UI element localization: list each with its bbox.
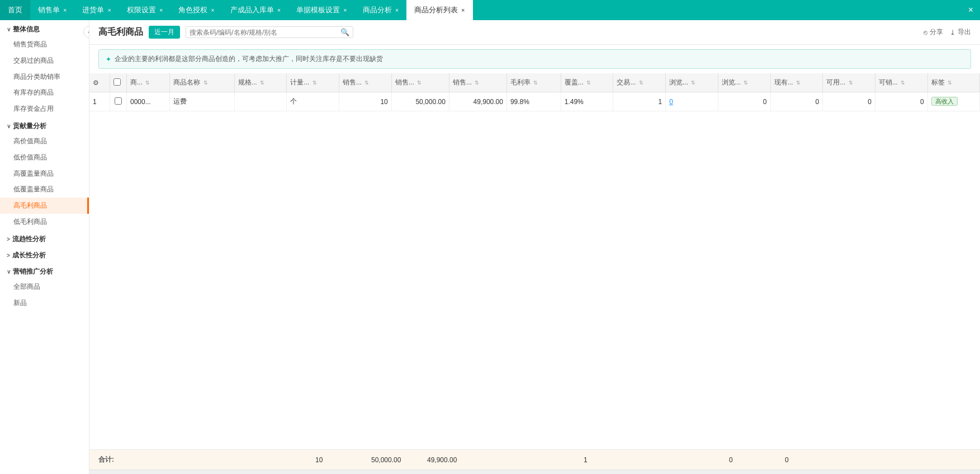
footer-sales-amount: 50,000.00: [371, 456, 416, 464]
sidebar-item-1-2[interactable]: 高覆盖量商品: [0, 166, 89, 182]
nav-item-7[interactable]: 商品分析×: [355, 0, 406, 20]
sort-icon-coverage: ⇅: [586, 80, 591, 86]
col-header-sales_profit[interactable]: 销售... ⇅: [449, 73, 506, 92]
bottom-scrollbar[interactable]: [89, 470, 980, 474]
nav-close-icon-8[interactable]: ×: [461, 7, 465, 13]
col-header-checkbox[interactable]: [110, 73, 126, 92]
cell-margin_rate: 99.8%: [506, 92, 561, 111]
footer-available: 0: [785, 456, 830, 464]
sort-icon-margin_rate: ⇅: [533, 80, 538, 86]
sidebar-item-4-0[interactable]: 全部商品: [0, 279, 89, 295]
col-header-browse1[interactable]: 浏览... ⇅: [666, 73, 718, 92]
info-icon: ✦: [106, 55, 111, 63]
sidebar: « ∨整体信息销售货商品交易过的商品商品分类助销率有库存的商品库存资金占用∨贡献…: [0, 20, 89, 474]
footer-total-bar: 合计: 10 50,000.00 49,900.00 1 0 0: [89, 449, 980, 470]
sort-icon-browse1: ⇅: [691, 80, 695, 86]
row-checkbox[interactable]: [115, 97, 122, 105]
nav-close-icon-5[interactable]: ×: [277, 7, 281, 13]
sidebar-item-1-3[interactable]: 低覆盖量商品: [0, 181, 89, 198]
sort-icon-sales_qty: ⇅: [364, 80, 369, 86]
share-button[interactable]: ⎋ 分享: [924, 27, 943, 37]
sidebar-item-0-3[interactable]: 有库存的商品: [0, 85, 89, 101]
close-all-button[interactable]: ×: [968, 5, 973, 15]
sidebar-item-1-0[interactable]: 高价值商品: [0, 133, 89, 149]
col-header-unit[interactable]: 计量... ⇅: [287, 73, 339, 92]
nav-close-icon-1[interactable]: ×: [63, 7, 67, 13]
cell-coverage: 1.49%: [561, 92, 613, 111]
cell-sales_profit: 49,900.00: [449, 92, 506, 111]
col-header-available[interactable]: 可用... ⇅: [823, 73, 875, 92]
col-header-settings[interactable]: ⚙: [89, 73, 110, 92]
col-header-current[interactable]: 现有... ⇅: [770, 73, 823, 92]
sort-icon-spec: ⇅: [260, 80, 264, 86]
export-button[interactable]: ⤓ 导出: [950, 27, 971, 37]
cell-tag: 高收入: [927, 92, 979, 111]
main-layout: « ∨整体信息销售货商品交易过的商品商品分类助销率有库存的商品库存资金占用∨贡献…: [0, 20, 980, 474]
nav-item-8[interactable]: 商品分析列表×: [406, 0, 472, 20]
sidebar-item-1-4[interactable]: 高毛利商品: [0, 198, 89, 214]
sidebar-item-1-5[interactable]: 低毛利商品: [0, 214, 89, 230]
search-input[interactable]: [190, 29, 340, 36]
browse-link[interactable]: 0: [669, 98, 673, 106]
cell-unit: 个: [287, 92, 339, 111]
col-header-sales_qty[interactable]: 销售... ⇅: [339, 73, 392, 92]
sort-icon-sellable: ⇅: [901, 80, 905, 86]
sidebar-item-0-1[interactable]: 交易过的商品: [0, 53, 89, 69]
col-header-sales_amount[interactable]: 销售... ⇅: [391, 73, 449, 92]
nav-item-5[interactable]: 产成品入库单×: [222, 0, 288, 20]
cell-sellable: 0: [875, 92, 927, 111]
total-label: 合计:: [98, 455, 114, 464]
footer-sales-qty: 10: [315, 456, 360, 464]
sort-icon-browse2: ⇅: [744, 80, 748, 86]
cell-checkbox[interactable]: [110, 92, 126, 111]
nav-item-1[interactable]: 销售单×: [30, 0, 74, 20]
cell-browse2: 0: [718, 92, 770, 111]
sort-icon-code: ⇅: [145, 80, 150, 86]
sidebar-item-0-0[interactable]: 销售货商品: [0, 36, 89, 53]
sidebar-item-0-2[interactable]: 商品分类助销率: [0, 69, 89, 85]
filter-month-button[interactable]: 近一月: [149, 26, 180, 39]
cell-current: 0: [770, 92, 823, 111]
sidebar-item-4-1[interactable]: 新品: [0, 295, 89, 311]
nav-item-0[interactable]: 首页: [0, 0, 30, 20]
tag-badge: 高收入: [931, 97, 958, 106]
sidebar-group-2[interactable]: >流趋性分析: [0, 230, 89, 246]
col-header-coverage[interactable]: 覆盖... ⇅: [561, 73, 613, 92]
col-header-name[interactable]: 商品名称 ⇅: [170, 73, 234, 92]
col-header-sellable[interactable]: 可销... ⇅: [875, 73, 927, 92]
nav-item-2[interactable]: 进货单×: [74, 0, 119, 20]
select-all-checkbox[interactable]: [113, 78, 121, 86]
search-box: 🔍: [186, 26, 353, 38]
cell-code: 0000...: [126, 92, 169, 111]
nav-item-4[interactable]: 角色授权×: [171, 0, 222, 20]
sort-icon-current: ⇅: [796, 80, 801, 86]
cell-browse1[interactable]: 0: [666, 92, 718, 111]
sidebar-group-4[interactable]: ∨营销推广分析: [0, 262, 89, 279]
nav-close-icon-2[interactable]: ×: [107, 7, 111, 13]
export-icon: ⤓: [950, 29, 955, 36]
sidebar-item-0-4[interactable]: 库存资金占用: [0, 101, 89, 117]
data-table: ⚙商... ⇅商品名称 ⇅规格... ⇅计量... ⇅销售... ⇅销售... …: [89, 73, 980, 111]
content-area: 高毛利商品 近一月 🔍 ⎋ 分享 ⤓ 导出 ✦ 企业的主要的利润都是这部分商品创…: [89, 20, 980, 474]
nav-close-icon-6[interactable]: ×: [343, 7, 347, 13]
search-icon[interactable]: 🔍: [340, 28, 349, 36]
nav-item-6[interactable]: 单据模板设置×: [288, 0, 354, 20]
content-header: 高毛利商品 近一月 🔍 ⎋ 分享 ⤓ 导出: [89, 20, 980, 45]
cell-index: 1: [89, 92, 110, 111]
col-header-tag[interactable]: 标签 ⇅: [927, 73, 979, 92]
nav-close-icon-3[interactable]: ×: [159, 7, 163, 13]
nav-close-icon-4[interactable]: ×: [211, 7, 214, 13]
nav-item-3[interactable]: 权限设置×: [119, 0, 171, 20]
nav-close-icon-7[interactable]: ×: [395, 7, 399, 13]
col-header-code[interactable]: 商... ⇅: [126, 73, 169, 92]
sidebar-group-3[interactable]: >成长性分析: [0, 246, 89, 262]
sidebar-group-0[interactable]: ∨整体信息: [0, 20, 89, 36]
table-row: 10000...运费个1050,000.0049,900.0099.8%1.49…: [89, 92, 980, 111]
col-header-browse2[interactable]: 浏览... ⇅: [718, 73, 770, 92]
sidebar-group-1[interactable]: ∨贡献量分析: [0, 117, 89, 133]
col-header-margin_rate[interactable]: 毛利率 ⇅: [506, 73, 561, 92]
sidebar-item-1-1[interactable]: 低价值商品: [0, 149, 89, 166]
col-header-spec[interactable]: 规格... ⇅: [234, 73, 287, 92]
footer-sales-profit: 49,900.00: [427, 456, 472, 464]
col-header-trade[interactable]: 交易... ⇅: [613, 73, 666, 92]
